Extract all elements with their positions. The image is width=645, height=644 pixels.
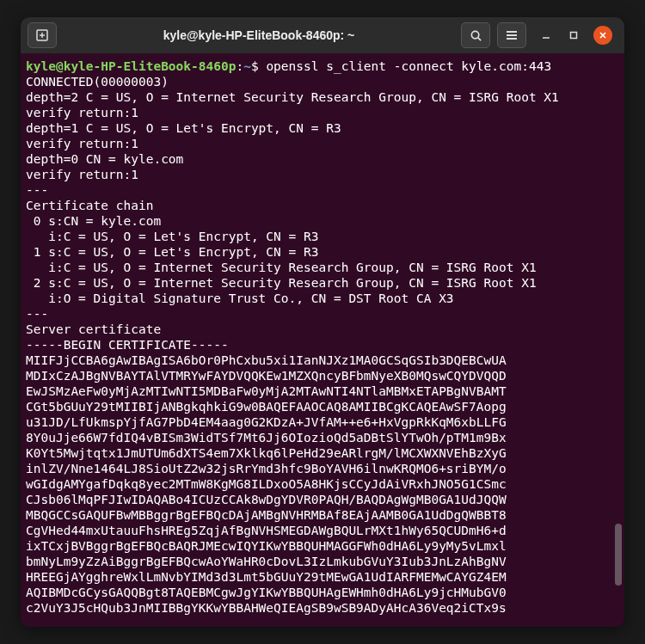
terminal-window: kyle@kyle-HP-EliteBook-8460p: ~: [21, 17, 624, 627]
svg-rect-9: [571, 33, 577, 39]
window-controls: [538, 26, 612, 45]
command-text: openssl s_client -connect kyle.com:443: [266, 59, 551, 73]
prompt-dollar: $: [251, 59, 266, 73]
svg-point-3: [471, 31, 478, 38]
close-button[interactable]: [593, 26, 612, 45]
prompt-path: ~: [243, 59, 251, 73]
scrollbar-thumb[interactable]: [615, 524, 622, 586]
prompt-user-host: kyle@kyle-HP-EliteBook-8460p: [26, 59, 236, 73]
maximize-button[interactable]: [566, 28, 581, 43]
minimize-button[interactable]: [538, 28, 554, 43]
window-title: kyle@kyle-HP-EliteBook-8460p: ~: [64, 28, 454, 42]
terminal-body[interactable]: kyle@kyle-HP-EliteBook-8460p:~$ openssl …: [21, 53, 624, 627]
svg-line-4: [477, 37, 480, 40]
menu-button[interactable]: [497, 22, 526, 48]
titlebar: kyle@kyle-HP-EliteBook-8460p: ~: [21, 17, 624, 53]
search-button[interactable]: [461, 22, 490, 48]
new-tab-button[interactable]: [28, 22, 57, 48]
terminal-output: CONNECTED(00000003) depth=2 C = US, O = …: [26, 75, 559, 615]
prompt-colon: :: [236, 59, 243, 73]
